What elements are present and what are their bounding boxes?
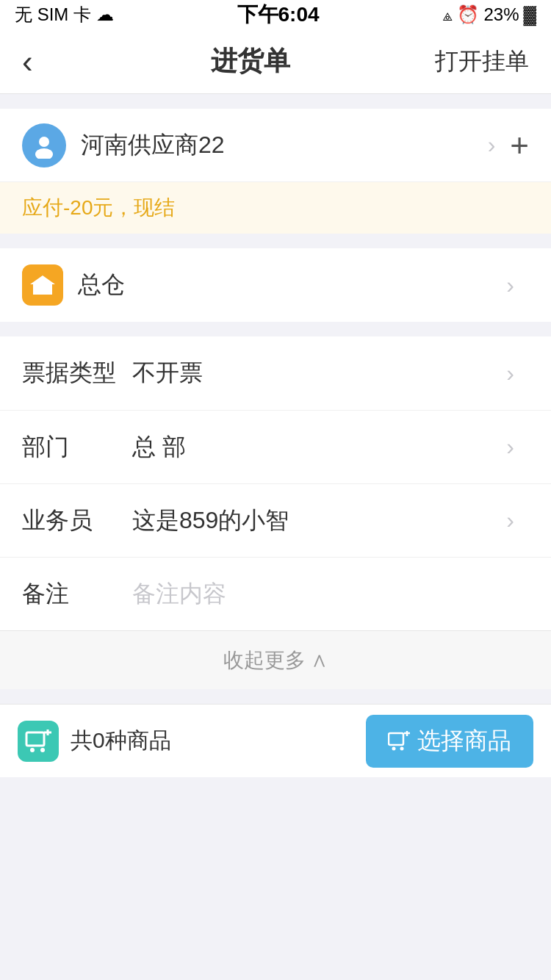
- invoice-type-label: 票据类型: [22, 357, 125, 389]
- salesperson-chevron-icon: ›: [506, 507, 514, 534]
- back-button[interactable]: ‹: [22, 43, 66, 80]
- status-time: 下午6:04: [237, 1, 320, 29]
- location-icon: ⟁: [442, 4, 453, 25]
- department-chevron-icon: ›: [506, 433, 514, 461]
- invoice-chevron-icon: ›: [506, 360, 514, 387]
- house-icon: [30, 274, 55, 296]
- chevron-right-icon: ›: [488, 131, 496, 159]
- invoice-type-row[interactable]: 票据类型 不开票 ›: [0, 336, 551, 410]
- section-gap-3: [0, 322, 551, 336]
- select-cart-icon: [388, 731, 410, 752]
- remark-input[interactable]: 备注内容: [125, 578, 529, 610]
- salesperson-value: 这是859的小智: [125, 505, 506, 537]
- select-product-label: 选择商品: [417, 725, 511, 757]
- form-section: 票据类型 不开票 › 部门 总 部 › 业务员 这是859的小智 › 备注 备注…: [0, 336, 551, 689]
- product-icon: [18, 721, 59, 762]
- warehouse-chevron-icon: ›: [506, 272, 514, 299]
- remark-row[interactable]: 备注 备注内容: [0, 557, 551, 630]
- nav-bar: ‹ 进货单 打开挂单: [0, 29, 551, 94]
- cart-icon: [25, 729, 51, 753]
- svg-point-9: [392, 746, 396, 750]
- open-pending-button[interactable]: 打开挂单: [435, 46, 529, 78]
- supplier-section: 河南供应商22 › + 应付-20元，现结: [0, 109, 551, 234]
- salesperson-label: 业务员: [22, 505, 125, 537]
- warehouse-icon: [22, 264, 63, 306]
- warehouse-row[interactable]: 总仓 ›: [0, 248, 551, 322]
- department-label: 部门: [22, 431, 125, 464]
- section-gap-2: [0, 234, 551, 248]
- svg-marker-2: [30, 275, 55, 295]
- remark-label: 备注: [22, 578, 125, 610]
- salesperson-row[interactable]: 业务员 这是859的小智 ›: [0, 483, 551, 557]
- svg-rect-3: [26, 732, 44, 746]
- status-right: ⟁ ⏰ 23% ▓: [442, 4, 536, 25]
- svg-point-1: [35, 148, 53, 159]
- svg-point-10: [400, 746, 404, 750]
- svg-point-4: [30, 748, 35, 752]
- department-row[interactable]: 部门 总 部 ›: [0, 410, 551, 483]
- warehouse-section: 总仓 ›: [0, 248, 551, 322]
- status-left: 无 SIM 卡 ☁: [15, 3, 114, 26]
- select-product-button[interactable]: 选择商品: [366, 715, 533, 768]
- section-gap-1: [0, 94, 551, 109]
- svg-point-5: [40, 748, 45, 752]
- department-value: 总 部: [125, 431, 506, 464]
- svg-point-0: [39, 137, 49, 147]
- notice-banner: 应付-20元，现结: [0, 182, 551, 234]
- battery-text: 23%: [483, 4, 519, 25]
- status-bar: 无 SIM 卡 ☁ 下午6:04 ⟁ ⏰ 23% ▓: [0, 0, 551, 29]
- add-button[interactable]: +: [510, 129, 529, 162]
- person-icon: [31, 132, 57, 159]
- supplier-row[interactable]: 河南供应商22 › +: [0, 109, 551, 182]
- supplier-name: 河南供应商22: [81, 129, 488, 162]
- warehouse-name: 总仓: [78, 269, 506, 301]
- collapse-label: 收起更多 ∧: [223, 646, 328, 674]
- alarm-icon: ⏰: [457, 4, 479, 25]
- battery-icon: ▓: [523, 4, 536, 25]
- svg-rect-8: [389, 733, 403, 745]
- carrier-text: 无 SIM 卡 ☁: [15, 3, 114, 26]
- page-title: 进货单: [211, 43, 290, 79]
- collapse-row[interactable]: 收起更多 ∧: [0, 630, 551, 689]
- invoice-type-value: 不开票: [125, 357, 506, 389]
- product-bar: 共0种商品 选择商品: [0, 704, 551, 777]
- supplier-avatar: [22, 123, 66, 167]
- product-count: 共0种商品: [71, 726, 366, 756]
